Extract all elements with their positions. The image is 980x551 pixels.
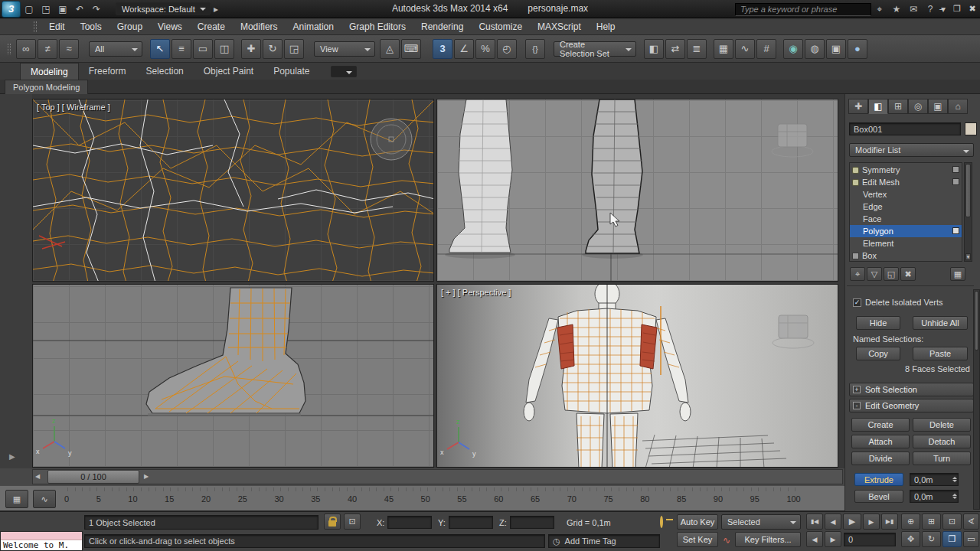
modifier-list-dropdown[interactable]: Modifier List	[849, 143, 974, 157]
modifier-toggle-icon[interactable]	[952, 166, 959, 173]
auto-key-button[interactable]: Auto Key	[677, 514, 718, 530]
object-color-swatch[interactable]	[965, 122, 977, 135]
layer-manager-icon[interactable]: ≣	[687, 39, 707, 59]
maxscript-mini-listener[interactable]: Welcome to M.	[0, 531, 83, 551]
go-to-end-button[interactable]: ▶▮	[881, 514, 898, 530]
track-bar-track[interactable]	[32, 469, 843, 484]
subobject-edge[interactable]: Edge	[850, 201, 962, 213]
modifier-stack-item-symmetry[interactable]: Symmetry	[850, 164, 962, 176]
material-editor-icon[interactable]: ◉	[783, 39, 803, 59]
y-field[interactable]	[449, 516, 493, 529]
angle-snap-icon[interactable]: ∠	[454, 39, 474, 59]
turn-button[interactable]: Turn	[913, 452, 971, 465]
rollout-expand-icon[interactable]: +	[853, 386, 861, 393]
percent-snap-icon[interactable]: %	[475, 39, 495, 59]
detach-button[interactable]: Detach	[913, 435, 971, 448]
subobject-element[interactable]: Element	[850, 237, 962, 249]
extrude-spinner[interactable]: 0,0m	[910, 473, 959, 486]
ribbon-tab-populate[interactable]: Populate	[263, 63, 319, 80]
save-file-icon[interactable]: ▣	[54, 2, 71, 16]
extrude-value-field[interactable]: 0,0m	[910, 473, 959, 486]
autokey-key-icon[interactable]	[660, 517, 663, 527]
selection-lock-toggle[interactable]	[324, 514, 341, 530]
zoom-icon[interactable]: ⊕	[901, 514, 920, 530]
zoom-all-icon[interactable]: ⊞	[922, 514, 941, 530]
current-frame-field[interactable]: 0	[844, 533, 896, 546]
select-by-name-icon[interactable]: ≡	[172, 39, 191, 59]
previous-key-button[interactable]: ◀	[806, 531, 823, 547]
menu-views[interactable]: Views	[150, 18, 190, 35]
stack-scrollbar[interactable]: ▼	[964, 162, 972, 262]
panel-scrollbar[interactable]	[973, 289, 980, 510]
menu-rendering[interactable]: Rendering	[413, 18, 471, 35]
panel-scrollbar-thumb[interactable]	[975, 291, 978, 350]
menu-modifiers[interactable]: Modifiers	[233, 18, 286, 35]
orbit-view-icon[interactable]: ↻	[922, 531, 941, 547]
subobject-polygon[interactable]: Polygon	[850, 225, 962, 237]
subobject-face[interactable]: Face	[850, 213, 962, 225]
create-tab[interactable]: ✚	[848, 99, 868, 114]
spinner-up-icon[interactable]	[952, 474, 957, 479]
bevel-value-field[interactable]: 0,0m	[910, 490, 959, 503]
window-crossing-icon[interactable]: ◫	[214, 39, 234, 59]
viewport-front[interactable]	[436, 99, 838, 282]
stack-scroll-down-icon[interactable]: ▼	[965, 253, 971, 260]
pin-stack-icon[interactable]: ⌖	[850, 267, 865, 281]
search-input[interactable]	[735, 3, 871, 16]
bevel-spinner[interactable]: 0,0m	[910, 490, 959, 503]
viewport-top-label[interactable]: [ Top ] [ Wireframe ]	[37, 103, 110, 112]
viewport-left[interactable]: z x y	[32, 284, 434, 468]
motion-tab[interactable]: ◎	[908, 99, 928, 114]
unhide-all-button[interactable]: Unhide All	[913, 316, 968, 330]
render-setup-icon[interactable]: ◍	[805, 39, 825, 59]
attach-button[interactable]: Attach	[851, 435, 910, 448]
menu-help[interactable]: Help	[589, 18, 623, 35]
set-key-wave-icon[interactable]: ∿	[723, 535, 730, 546]
modifier-stack-item-edit-mesh[interactable]: Edit Mesh	[850, 176, 962, 188]
spinner-down-icon[interactable]	[952, 497, 957, 501]
z-field[interactable]	[510, 516, 554, 529]
edit-named-selections-icon[interactable]: {}	[525, 39, 545, 59]
divide-button[interactable]: Divide	[851, 452, 910, 465]
spinner-down-icon[interactable]	[952, 480, 957, 484]
maximize-button[interactable]: ❐	[949, 2, 965, 15]
zoom-extents-icon[interactable]: ⊡	[942, 514, 962, 530]
menu-group[interactable]: Group	[109, 18, 150, 35]
selection-filter-dropdown[interactable]: All	[89, 41, 142, 57]
ribbon-tab-freeform[interactable]: Freeform	[79, 63, 136, 80]
time-slider-right-icon[interactable]: ▶	[144, 473, 149, 480]
modifier-toggle-icon[interactable]	[952, 178, 959, 185]
ribbon-flyout-button[interactable]	[331, 66, 357, 77]
viewport-perspective-label[interactable]: [ + ] [ Perspective ]	[441, 288, 511, 297]
rendered-frame-icon[interactable]: ▣	[826, 39, 846, 59]
app-menu-button[interactable]: 3	[2, 1, 21, 18]
render-production-icon[interactable]: ●	[848, 39, 867, 59]
delete-isolated-verts-row[interactable]: ✓ Delete Isolated Verts	[853, 298, 943, 307]
time-slider-handle[interactable]: 0 / 100	[47, 470, 139, 484]
open-file-icon[interactable]: ◳	[38, 2, 54, 16]
soft-selection-rollout[interactable]: + Soft Selection	[849, 383, 974, 396]
x-field[interactable]	[387, 516, 432, 529]
show-end-result-icon[interactable]: ▽	[867, 267, 882, 281]
extrude-button[interactable]: Extrude	[854, 473, 903, 486]
go-to-start-button[interactable]: ▮◀	[806, 514, 823, 530]
new-scene-icon[interactable]: ▢	[21, 2, 38, 16]
field-of-view-icon[interactable]: ∢	[963, 514, 979, 530]
menu-tools[interactable]: Tools	[73, 18, 109, 35]
menu-graph-editors[interactable]: Graph Editors	[341, 18, 413, 35]
stack-scrollbar-thumb[interactable]	[965, 164, 971, 217]
communication-center-icon[interactable]: ✉	[905, 2, 922, 16]
listener-script-row[interactable]: Welcome to M.	[1, 540, 82, 550]
checkbox-checked[interactable]: ✓	[853, 298, 861, 307]
time-tag-field[interactable]: ◷ Add Time Tag	[548, 534, 660, 548]
select-object-icon[interactable]: ↖	[150, 39, 170, 59]
create-button[interactable]: Create	[851, 418, 910, 432]
toolbar-grip[interactable]	[8, 44, 11, 54]
select-and-scale-icon[interactable]: ◲	[284, 39, 304, 59]
time-slider-left-icon[interactable]: ◀	[35, 473, 40, 480]
subobject-vertex[interactable]: Vertex	[850, 188, 962, 201]
redo-icon[interactable]: ↷	[88, 2, 105, 16]
rectangular-selection-icon[interactable]: ▭	[193, 39, 213, 59]
object-name-field[interactable]: Box001	[849, 122, 961, 135]
set-key-button[interactable]: Set Key	[677, 532, 718, 547]
